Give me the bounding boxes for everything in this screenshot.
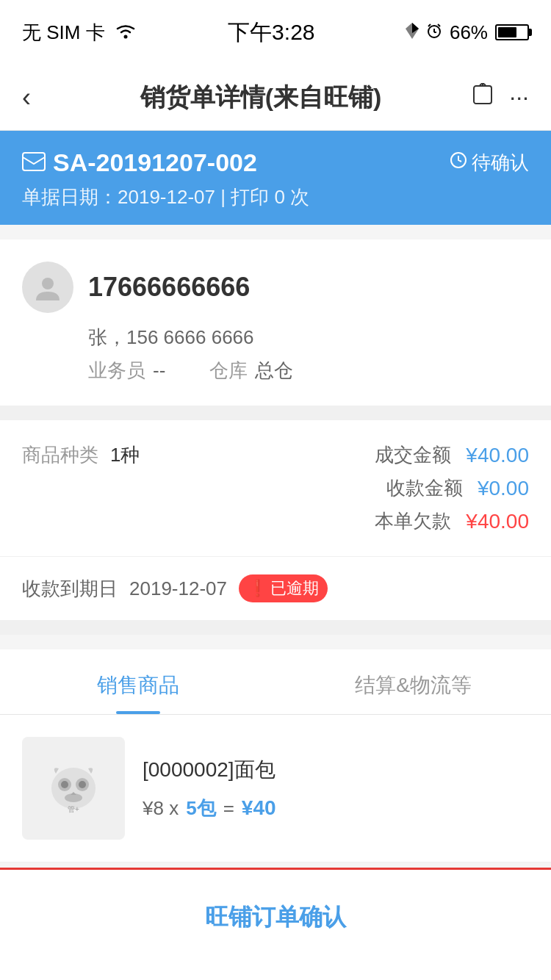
status-left: 无 SIM 卡: [22, 20, 137, 46]
svg-point-10: [42, 278, 54, 289]
svg-line-4: [428, 24, 431, 26]
nav-bar: ‹ 销货单详情(来自旺铺) ···: [0, 65, 551, 131]
page-title: 销货单详情(来自旺铺): [66, 81, 455, 115]
overdue-badge-icon: ❗: [248, 579, 267, 598]
deal-amount-label: 成交金额: [375, 442, 451, 468]
tabs-container: 销售商品 结算&物流等: [0, 649, 551, 715]
warehouse-value: 总仓: [255, 358, 293, 383]
summary-right: 成交金额 ¥40.00 收款金额 ¥0.00 本单欠款 ¥40.00: [375, 442, 529, 534]
status-right: 66%: [406, 21, 529, 44]
share-button[interactable]: [471, 83, 494, 112]
overdue-badge-text: 已逾期: [270, 577, 319, 599]
battery-percent: 66%: [450, 21, 488, 44]
more-button[interactable]: ···: [509, 84, 529, 111]
svg-point-11: [51, 768, 96, 809]
product-info: [0000002]面包 ¥8 x 5包 = ¥40: [143, 756, 529, 821]
summary-left: 商品种类 1种: [22, 442, 140, 474]
svg-point-15: [79, 781, 86, 788]
debt-amount-value: ¥40.00: [466, 510, 529, 533]
product-qty: 5包: [186, 796, 215, 821]
divider-2: [0, 620, 551, 635]
status-time: 下午3:28: [228, 18, 314, 48]
status-bar: 无 SIM 卡 下午3:28 66: [0, 0, 551, 65]
product-thumbnail: 管+: [22, 737, 125, 840]
svg-text:管+: 管+: [68, 805, 79, 813]
svg-rect-6: [474, 86, 491, 104]
overdue-row: 收款到期日 2019-12-07 ❗ 已逾期: [0, 556, 551, 620]
svg-point-0: [123, 35, 127, 38]
alarm-icon: [426, 21, 442, 44]
battery-icon: [495, 24, 529, 40]
salesperson-value: --: [153, 359, 165, 382]
order-icon: [22, 148, 46, 177]
product-price-row: ¥8 x 5包 = ¥40: [143, 796, 529, 821]
customer-card: 17666666666 张，156 6666 6666 业务员 -- 仓库 总仓: [0, 239, 551, 406]
svg-line-5: [438, 24, 440, 26]
salesperson-item: 业务员 --: [88, 358, 165, 383]
product-eq: =: [223, 797, 234, 820]
product-name: [0000002]面包: [143, 756, 529, 784]
carrier-text: 无 SIM 卡: [22, 20, 105, 46]
customer-name-row: 张，156 6666 6666: [22, 325, 529, 350]
svg-rect-8: [23, 153, 45, 170]
location-icon: [406, 21, 419, 44]
summary-card: 商品种类 1种 成交金额 ¥40.00 收款金额 ¥0.00 本单欠款 ¥40.…: [0, 420, 551, 556]
salesperson-label: 业务员: [88, 358, 145, 383]
warehouse-label: 仓库: [209, 358, 248, 383]
product-total: ¥40: [242, 796, 276, 820]
debt-amount-row: 本单欠款 ¥40.00: [375, 508, 529, 534]
receipt-amount-value: ¥0.00: [478, 477, 529, 500]
product-type-value: 1种: [110, 442, 140, 468]
customer-phone: 17666666666: [88, 272, 250, 303]
product-type-row: 商品种类 1种: [22, 442, 140, 468]
order-date: 单据日期：2019-12-07 | 打印 0 次: [22, 184, 529, 210]
order-id-row: SA-20191207-002: [22, 148, 257, 177]
avatar: [22, 262, 73, 313]
svg-point-14: [61, 781, 68, 788]
deal-amount-value: ¥40.00: [466, 444, 529, 467]
order-status: 待确认: [450, 150, 529, 176]
product-price: ¥8 x: [143, 797, 179, 820]
warehouse-item: 仓库 总仓: [209, 358, 293, 383]
back-button[interactable]: ‹: [22, 82, 66, 113]
tab-settlement[interactable]: 结算&物流等: [276, 649, 551, 714]
product-item: 管+ [0000002]面包 ¥8 x 5包 = ¥40: [0, 715, 551, 862]
bottom-bar: 旺铺订单确认: [0, 868, 551, 980]
overdue-label: 收款到期日: [22, 576, 118, 602]
order-id-text: SA-20191207-002: [53, 148, 257, 177]
product-list: 管+ [0000002]面包 ¥8 x 5包 = ¥40: [0, 715, 551, 862]
receipt-amount-label: 收款金额: [386, 475, 463, 501]
divider-1: [0, 406, 551, 420]
overdue-date: 2019-12-07: [129, 577, 227, 600]
status-clock-icon: [450, 151, 467, 174]
customer-top: 17666666666: [22, 262, 529, 313]
wifi-icon: [114, 21, 137, 44]
overdue-badge: ❗ 已逾期: [239, 574, 328, 602]
nav-actions: ···: [455, 83, 529, 112]
confirm-order-button[interactable]: 旺铺订单确认: [22, 884, 529, 951]
tab-sales-product[interactable]: 销售商品: [0, 649, 276, 714]
customer-extra: 业务员 -- 仓库 总仓: [22, 358, 529, 383]
order-header: SA-20191207-002 待确认 单据日期：2019-12-07 | 打印…: [0, 131, 551, 225]
deal-amount-row: 成交金额 ¥40.00: [375, 442, 529, 468]
debt-amount-label: 本单欠款: [375, 508, 451, 534]
product-type-label: 商品种类: [22, 442, 98, 468]
receipt-amount-row: 收款金额 ¥0.00: [386, 475, 529, 501]
status-text: 待确认: [472, 150, 529, 176]
